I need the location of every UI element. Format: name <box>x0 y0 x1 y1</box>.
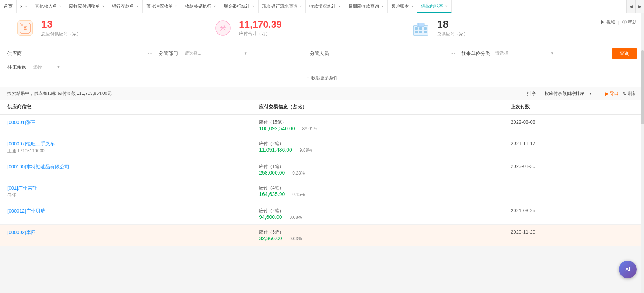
nav-tab-home[interactable]: 首页 <box>0 0 17 13</box>
last-pay-2: 2023-01-30 <box>511 163 637 169</box>
nav-tab-cash-bank-flow[interactable]: 现金银行流水查询× <box>259 0 306 13</box>
stat-total-suppliers: 18 总供应商（家） <box>403 18 601 38</box>
supplier-dots[interactable]: ··· <box>148 50 153 57</box>
close-tab-bank-deposit[interactable]: × <box>136 4 139 8</box>
category-select[interactable]: 请选择 ▼ <box>493 49 607 58</box>
export-button[interactable]: ▶ 导出 <box>605 90 619 97</box>
payable-suppliers-label: 总应付供应商（家） <box>41 31 81 37</box>
supplier-input[interactable] <box>31 49 147 58</box>
tx-amount-1[interactable]: 11,051,486.00 <box>259 147 292 153</box>
collapse-button[interactable]: 收起更多条件 <box>7 75 637 81</box>
nav-tab-cash-bank-stats[interactable]: 现金银行统计× <box>220 0 259 13</box>
filter-supplier: 供应商 ··· <box>7 49 153 58</box>
close-tab-cash-bank-flow[interactable]: × <box>300 4 302 8</box>
person-dots[interactable]: ··· <box>450 50 455 57</box>
nav-prev-arrow[interactable]: ◀ <box>626 0 635 13</box>
close-tab-collect-stats[interactable]: × <box>338 4 340 8</box>
last-pay-0: 2022-08-08 <box>511 119 637 125</box>
scrollbar-thumb[interactable] <box>641 50 644 124</box>
supplier-label: 供应商 <box>7 50 28 57</box>
close-tab-collect-verify[interactable]: × <box>214 4 216 8</box>
sort-value[interactable]: 按应付余额倒序排序 <box>545 90 584 97</box>
tx-label-2: 应付（1笔） <box>259 163 511 170</box>
close-tab-supplier-account[interactable]: × <box>445 4 448 8</box>
filter-row-2: 往来余额 选择... ▼ <box>7 62 637 72</box>
svg-rect-6 <box>413 26 428 35</box>
close-tab-customer-account[interactable]: × <box>411 4 413 8</box>
filter-category: 往来单位分类 请选择 ▼ <box>461 49 607 58</box>
tx-amount-2[interactable]: 258,000.00 <box>259 170 285 176</box>
close-tab-other-income[interactable]: × <box>59 4 62 8</box>
nav-tab-customer-account[interactable]: 客户账本× <box>388 0 417 13</box>
tx-cell-2: 应付（1笔）258,000.000.23% <box>259 163 511 176</box>
nav-next-arrow[interactable]: ▶ <box>635 0 644 13</box>
nav-tab-overdue-collect[interactable]: 超期应收款查询× <box>344 0 388 13</box>
supplier-link-3[interactable]: [001]广州荣轩 <box>7 185 37 191</box>
balance-select[interactable]: 选择... ▼ <box>31 62 81 72</box>
close-tab-cash-bank-stats[interactable]: × <box>252 4 255 8</box>
tx-percent-1: 9.89% <box>300 148 312 153</box>
nav-tab-prepay-collect[interactable]: 预收冲应收单× <box>143 0 181 13</box>
tx-amount-5[interactable]: 32,366.00 <box>259 235 282 241</box>
refresh-button[interactable]: ↻ 刷新 <box>623 90 637 97</box>
person-label: 分管人员 <box>310 50 330 57</box>
nav-tab-supplier-account[interactable]: 供应商账本× <box>417 0 452 13</box>
svg-rect-13 <box>417 23 424 27</box>
supplier-cell-0: [000001]张三 <box>7 119 259 126</box>
tx-amount-4[interactable]: 94,600.00 <box>259 214 282 220</box>
top-navigation: 首页3×其他收入单×应收应付调整单×银行存款单×预收冲应收单×收款核销执行×现金… <box>0 0 644 13</box>
table-row: [000001]张三应付（15笔）100,092,540.0089.61%202… <box>0 115 644 136</box>
close-tab-prepay-collect[interactable]: × <box>175 4 177 8</box>
nav-tab-tab3[interactable]: 3× <box>17 0 31 13</box>
tx-label-4: 应付（2笔） <box>259 208 511 214</box>
tx-percent-0: 89.61% <box>302 126 318 131</box>
table-row: [000100]本特勤油品有限公司应付（1笔）258,000.000.23%20… <box>0 159 644 180</box>
supplier-link-4[interactable]: [000012]广州贝瑞 <box>7 208 45 214</box>
nav-tab-payable-adjust[interactable]: 应收应付调整单× <box>65 0 108 13</box>
tx-cell-0: 应付（15笔）100,092,540.0089.61% <box>259 119 511 131</box>
svg-rect-11 <box>419 31 422 33</box>
last-pay-4: 2021-03-25 <box>511 208 637 213</box>
supplier-link-2[interactable]: [000100]本特勤油品有限公司 <box>7 164 69 169</box>
close-tab-payable-adjust[interactable]: × <box>102 4 104 8</box>
nav-tab-bank-deposit[interactable]: 银行存款单× <box>108 0 143 13</box>
nav-arrows: ◀ ▶ <box>626 0 644 13</box>
help-link[interactable]: ⓘ 帮助 <box>622 19 637 25</box>
table-row: [000012]广州贝瑞应付（2笔）94,600.000.08%2021-03-… <box>0 203 644 225</box>
person-input[interactable] <box>333 49 449 58</box>
dept-select[interactable]: 请选择... ▼ <box>182 49 304 58</box>
total-suppliers-label: 总供应商（家） <box>437 31 468 37</box>
tx-label-0: 应付（15笔） <box>259 119 511 125</box>
tx-row-0: 100,092,540.0089.61% <box>259 125 511 131</box>
query-button[interactable]: 查询 <box>612 48 637 59</box>
supplier-link-0[interactable]: [000001]张三 <box>7 120 36 125</box>
video-link[interactable]: ▶ 视频 <box>601 19 615 25</box>
payable-total-icon: 米 <box>213 18 233 38</box>
close-tab-tab3[interactable]: × <box>25 4 27 8</box>
filter-balance: 往来余额 选择... ▼ <box>7 62 81 72</box>
close-tab-overdue-collect[interactable]: × <box>381 4 384 8</box>
tx-amount-3[interactable]: 164,635.90 <box>259 191 285 197</box>
supplier-link-1[interactable]: [000007]恒旺二手叉车 <box>7 141 55 146</box>
table-body: [000001]张三应付（15笔）100,092,540.0089.61%202… <box>0 115 644 246</box>
scrollbar-track[interactable] <box>641 13 644 246</box>
tx-row-1: 11,051,486.009.89% <box>259 147 511 153</box>
category-placeholder: 请选择 <box>495 50 549 56</box>
svg-rect-9 <box>424 27 427 30</box>
svg-text:米: 米 <box>220 25 226 31</box>
nav-tab-collect-verify[interactable]: 收款核销执行× <box>181 0 220 13</box>
tx-cell-5: 应付（5笔）32,366.000.03% <box>259 229 511 241</box>
tx-percent-3: 0.15% <box>292 192 305 197</box>
category-arrow-icon: ▼ <box>550 51 604 55</box>
result-actions: 排序： 按应付余额倒序排序 ▼ | ▶ 导出 ↻ 刷新 <box>527 90 637 97</box>
supplier-link-5[interactable]: [000002]李四 <box>7 230 36 235</box>
supplier-cell-2: [000100]本特勤油品有限公司 <box>7 163 259 170</box>
category-label: 往来单位分类 <box>461 50 490 57</box>
nav-tab-collect-stats[interactable]: 收款情况统计× <box>306 0 344 13</box>
payable-total-number: 11,170.39 <box>239 20 282 29</box>
tx-amount-0[interactable]: 100,092,540.00 <box>259 125 295 131</box>
help-divider: | <box>618 20 619 25</box>
nav-tab-other-income[interactable]: 其他收入单× <box>31 0 66 13</box>
filter-person: 分管人员 ··· <box>310 49 455 58</box>
result-summary: 搜索结果中，供应商13家 应付金额 111,703,854.00元 <box>7 90 527 97</box>
